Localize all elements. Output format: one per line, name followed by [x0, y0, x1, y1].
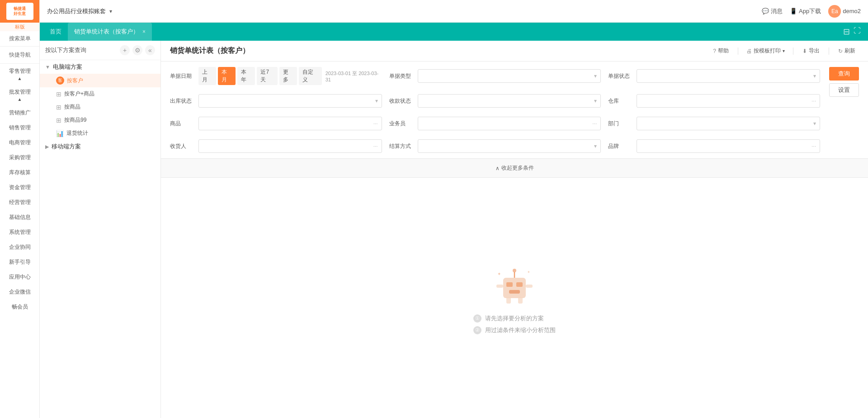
tree-group-desktop-label: 电脑端方案 — [53, 63, 82, 71]
sidebar-item-purchase[interactable]: 采购管理 — [0, 150, 39, 165]
date-pill-last-7days[interactable]: 近7天 — [257, 67, 278, 85]
empty-text: ① 请先选择要分析的方案 ② 用过滤条件来缩小分析范围 — [473, 314, 556, 334]
divider-2 — [793, 48, 793, 55]
left-panel: 按以下方案查询 + ⚙ « ▼ 电脑端方案 客 按客户 ⊞ 按客户+商品 — [40, 41, 161, 418]
collapse-label: 收起更多条件 — [501, 164, 534, 172]
sidebar-item-ecommerce-label: 电商管理 — [9, 139, 31, 147]
tree-group-mobile[interactable]: ▶ 移动端方案 — [40, 140, 160, 153]
date-pill-more[interactable]: 更多 — [279, 67, 297, 85]
tree-item-by-goods-99[interactable]: ⊞ 按商品99 — [40, 114, 160, 127]
svg-rect-1 — [506, 282, 513, 287]
receipt-status-input[interactable]: ▾ — [418, 94, 601, 108]
empty-state-illustration: ✦ ✦ — [492, 262, 537, 307]
tree-item-by-goods-label: 按商品 — [64, 103, 80, 111]
sidebar-item-enterprise-label: 企业协同 — [9, 243, 31, 251]
tree-expand-icon: ▼ — [45, 64, 50, 70]
divider-3 — [829, 48, 829, 55]
user-action[interactable]: Ea demo2 — [828, 5, 861, 18]
out-status-input[interactable]: ▾ — [198, 94, 382, 108]
message-action[interactable]: 💬 消息 — [762, 7, 783, 15]
tree-mobile-expand-icon: ▶ — [45, 144, 49, 150]
sidebar-item-finance[interactable]: 资金管理 — [0, 180, 39, 195]
collapse-chevron-icon: ∧ — [495, 165, 500, 171]
payment-label: 结算方式 — [389, 142, 414, 150]
date-pill-this-year[interactable]: 本年 — [237, 67, 255, 85]
sidebar-item-basic[interactable]: 基础信息 — [0, 210, 39, 225]
brand-input[interactable]: ··· — [637, 139, 820, 153]
sidebar-item-system[interactable]: 系统管理 — [0, 225, 39, 240]
order-type-input[interactable]: ▾ — [418, 69, 601, 83]
collapse-panel-btn[interactable]: « — [145, 45, 155, 55]
sidebar-item-newcomer[interactable]: 新手引导 — [0, 255, 39, 270]
svg-rect-7 — [526, 285, 533, 288]
sidebar-item-retail[interactable]: 零售管理 ▲ — [0, 64, 39, 85]
left-panel-header: 按以下方案查询 + ⚙ « — [40, 41, 160, 60]
date-pill-last-month[interactable]: 上月 — [198, 67, 216, 85]
date-pill-custom[interactable]: 自定义 — [299, 67, 322, 85]
tab-sales-stat-label: 销货单统计表（按客户） — [74, 28, 139, 36]
sidebar-item-inventory[interactable]: 库存核算 — [0, 165, 39, 180]
warehouse-input[interactable]: ··· — [637, 94, 820, 108]
tab-sales-stat[interactable]: 销货单统计表（按客户） × — [68, 23, 152, 41]
tab-home[interactable]: 首页 — [43, 23, 68, 41]
sidebar-item-sales-label: 销售管理 — [9, 124, 31, 132]
sidebar-item-retail-label: 零售管理 — [9, 67, 31, 75]
settings-button[interactable]: 设置 — [829, 83, 859, 97]
salesperson-input[interactable]: ··· — [418, 117, 601, 130]
filter-item-goods: 商品 ··· — [170, 117, 382, 130]
sidebar-item-member[interactable]: 畅会员 — [0, 299, 39, 314]
divider-1 — [738, 48, 738, 55]
sidebar-item-marketing[interactable]: 营销推广 — [0, 105, 39, 120]
refresh-btn[interactable]: ↻ 刷新 — [835, 45, 859, 57]
tree-item-by-goods[interactable]: ⊞ 按商品 — [40, 100, 160, 114]
sidebar-quick-nav[interactable]: 快捷导航 — [0, 47, 39, 64]
quick-nav-label[interactable]: 快捷导航 — [0, 49, 39, 61]
print-dropdown-arrow: ▾ — [783, 48, 785, 53]
dept-input[interactable]: ▾ — [637, 117, 820, 130]
right-panel: 销货单统计表（按客户） ? 帮助 🖨 按模板打印 ▾ ⬇ — [161, 41, 868, 418]
message-icon: 💬 — [762, 8, 769, 14]
header-dropdown-icon[interactable]: ▾ — [109, 8, 112, 14]
tree-item-by-customer[interactable]: 客 按客户 — [40, 74, 160, 87]
sidebar-item-wechat[interactable]: 企业微信 — [0, 285, 39, 299]
tree-item-by-customer-goods[interactable]: ⊞ 按客户+商品 — [40, 87, 160, 100]
query-button[interactable]: 查询 — [829, 67, 859, 81]
sidebar-item-enterprise[interactable]: 企业协同 — [0, 240, 39, 255]
sidebar-item-business[interactable]: 经营管理 — [0, 195, 39, 210]
print-btn[interactable]: 🖨 按模板打印 ▾ — [744, 45, 788, 57]
sidebar-item-wholesale[interactable]: 批发管理 ▲ — [0, 85, 39, 105]
goods-input[interactable]: ··· — [198, 117, 382, 130]
empty-hint-2: ② 用过滤条件来缩小分析范围 — [473, 326, 556, 334]
sidebar-item-wholesale-label: 批发管理 — [9, 88, 31, 96]
settings-scheme-btn[interactable]: ⚙ — [132, 45, 142, 55]
collapse-button[interactable]: ∧ 收起更多条件 — [490, 162, 539, 174]
tab-close-icon[interactable]: × — [142, 28, 146, 35]
sidebar-item-sales[interactable]: 销售管理 — [0, 120, 39, 135]
left-panel-actions: + ⚙ « — [120, 45, 155, 55]
order-status-input[interactable]: ▾ — [637, 69, 820, 83]
sidebar-search[interactable]: 搜索菜单 — [0, 31, 39, 47]
message-label: 消息 — [771, 7, 783, 15]
goods-label: 商品 — [170, 120, 195, 128]
app-download-action[interactable]: 📱 App下载 — [790, 7, 821, 15]
sidebar-item-apps[interactable]: 应用中心 — [0, 270, 39, 285]
filter-item-salesperson: 业务员 ··· — [389, 117, 601, 130]
tab-expand-icon[interactable]: ⛶ — [854, 27, 861, 37]
tab-minimize-icon[interactable]: ⊟ — [843, 27, 850, 37]
filter-row-4: 收货人 ··· 结算方式 ▾ — [170, 139, 820, 153]
sidebar-logo: 畅捷通好生意 — [0, 0, 39, 23]
help-btn[interactable]: ? 帮助 — [709, 45, 732, 57]
tree-group-desktop[interactable]: ▼ 电脑端方案 — [40, 60, 160, 74]
payment-input[interactable]: ▾ — [418, 139, 601, 153]
export-btn[interactable]: ⬇ 导出 — [799, 45, 823, 57]
header-left: 办公用品行业模拟账套 ▾ — [47, 7, 112, 15]
add-scheme-btn[interactable]: + — [120, 45, 130, 55]
tree-item-return-stat[interactable]: 📊 退货统计 — [40, 127, 160, 140]
sidebar-menu: 零售管理 ▲ 批发管理 ▲ 营销推广 销售管理 电商管理 采购管理 库存核算 资… — [0, 64, 39, 418]
sidebar-item-ecommerce[interactable]: 电商管理 — [0, 135, 39, 150]
date-pill-this-month[interactable]: 本月 — [218, 67, 236, 85]
consignee-input[interactable]: ··· — [198, 139, 382, 153]
logo-subtitle: 标版 — [0, 23, 39, 31]
date-range-text: 2023-03-01 至 2023-03-31 — [326, 70, 382, 82]
retail-arrow-icon: ▲ — [18, 76, 22, 81]
